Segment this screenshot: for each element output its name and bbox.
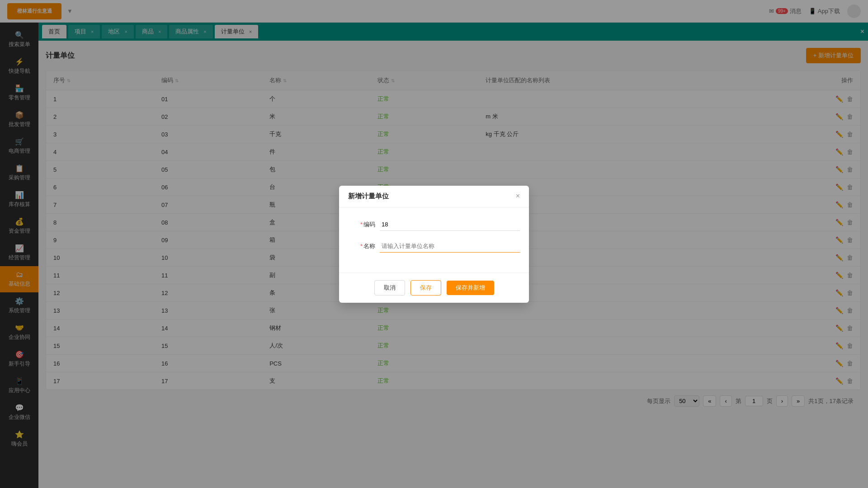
form-name-item: *名称 — [348, 240, 520, 253]
name-input[interactable] — [380, 240, 520, 253]
form-code-item: *编码 — [348, 218, 520, 231]
modal-overlay: 新增计量单位 × *编码 *名称 取消 保存 保存并新增 — [0, 0, 868, 488]
modal-header: 新增计量单位 × — [339, 186, 529, 207]
save-button[interactable]: 保存 — [410, 280, 441, 296]
modal-body: *编码 *名称 — [339, 207, 529, 272]
code-label: *编码 — [348, 221, 375, 229]
modal-title: 新增计量单位 — [348, 192, 389, 201]
code-input[interactable] — [380, 218, 520, 231]
name-label: *名称 — [348, 242, 375, 250]
add-unit-modal: 新增计量单位 × *编码 *名称 取消 保存 保存并新增 — [339, 186, 529, 303]
modal-footer: 取消 保存 保存并新增 — [339, 272, 529, 303]
cancel-button[interactable]: 取消 — [374, 280, 405, 296]
modal-close-btn[interactable]: × — [516, 192, 520, 200]
save-and-new-button[interactable]: 保存并新增 — [447, 281, 494, 295]
